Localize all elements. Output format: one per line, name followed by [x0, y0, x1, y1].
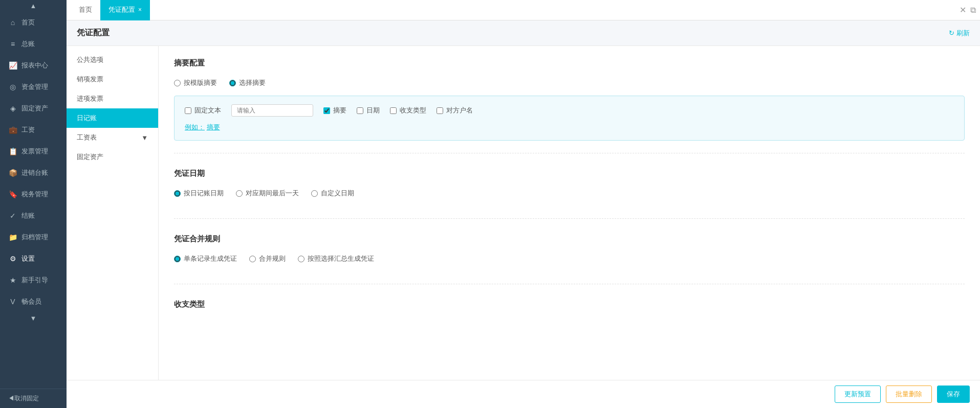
batch-delete-button[interactable]: 批量删除: [886, 386, 932, 403]
sidebar-item-purchase-sales[interactable]: 📦 进销台账: [0, 162, 67, 184]
sidebar-scroll-down[interactable]: ▼: [0, 312, 67, 324]
income-type-checkbox[interactable]: [390, 107, 397, 114]
sidebar: ▲ ⌂ 首页 ≡ 总账 📈 报表中心 ◎ 资金管理 ◈ 固定资产 💼 工资 📋 …: [0, 0, 67, 408]
sidebar-item-payroll[interactable]: 💼 工资: [0, 119, 67, 141]
payroll-icon: 💼: [8, 126, 17, 134]
summary-checkbox[interactable]: [323, 107, 330, 114]
sidebar-scroll-up[interactable]: ▲: [0, 0, 67, 12]
content-area: 公共选项 销项发票 进项发票 日记账 工资表 ▼ 固定资产 摘要配置: [67, 46, 980, 380]
summary-config-title: 摘要配置: [174, 58, 965, 68]
sidebar-item-fund-management[interactable]: ◎ 资金管理: [0, 76, 67, 98]
summary-checkboxes-row: 固定文本 摘要 日期 收支类型: [185, 104, 954, 117]
counterpart-option[interactable]: 对方户名: [437, 106, 473, 115]
tax-icon: 🔖: [8, 190, 17, 198]
by-selection-radio[interactable]: [298, 256, 304, 262]
sidebar-item-report-center[interactable]: 📈 报表中心: [0, 55, 67, 76]
update-preview-button[interactable]: 更新预置: [835, 386, 881, 403]
custom-date-option[interactable]: 自定义日期: [311, 189, 354, 198]
save-button[interactable]: 保存: [937, 386, 970, 403]
merge-rules-radio-group: 单条记录生成凭证 合并规则 按照选择汇总生成凭证: [174, 254, 965, 263]
voucher-date-radio-group: 按日记账日期 对应期间最后一天 自定义日期: [174, 189, 965, 198]
chevron-down-icon: ▼: [141, 134, 148, 142]
nav-public-options[interactable]: 公共选项: [67, 50, 158, 70]
summary-config-box: 固定文本 摘要 日期 收支类型: [174, 96, 965, 141]
left-nav: 公共选项 销项发票 进项发票 日记账 工资表 ▼ 固定资产: [67, 46, 159, 380]
select-summary-option[interactable]: 选择摘要: [229, 78, 266, 87]
last-day-period-option[interactable]: 对应期间最后一天: [236, 189, 299, 198]
income-type-title: 收支类型: [174, 300, 965, 309]
sidebar-item-fixed-assets[interactable]: ◈ 固定资产: [0, 98, 67, 119]
fixed-text-checkbox[interactable]: [185, 107, 191, 114]
sidebar-item-archive[interactable]: 📁 归档管理: [0, 226, 67, 248]
date-checkbox[interactable]: [357, 107, 363, 114]
sidebar-item-invoice-management[interactable]: 📋 发票管理: [0, 141, 67, 162]
counterpart-checkbox[interactable]: [437, 107, 443, 114]
by-journal-date-radio[interactable]: [174, 190, 181, 197]
fixed-text-option[interactable]: 固定文本: [185, 106, 221, 115]
select-summary-radio[interactable]: [229, 80, 236, 86]
merge-rules-option[interactable]: 合并规则: [249, 254, 286, 263]
refresh-icon: ↻: [949, 29, 954, 37]
single-record-option[interactable]: 单条记录生成凭证: [174, 254, 237, 263]
template-summary-option[interactable]: 按模版摘要: [174, 78, 217, 87]
template-summary-radio[interactable]: [174, 80, 181, 86]
example-value-link[interactable]: 摘要: [207, 123, 220, 131]
tab-home[interactable]: 首页: [71, 0, 100, 20]
single-record-radio[interactable]: [174, 256, 181, 262]
nav-journal[interactable]: 日记账: [67, 108, 158, 128]
custom-date-radio[interactable]: [311, 190, 318, 197]
summary-config-section: 摘要配置 按模版摘要 选择摘要 固定文本: [174, 58, 965, 153]
sidebar-item-settings[interactable]: ⚙ 设置: [0, 248, 67, 269]
guide-icon: ★: [8, 276, 17, 284]
summary-radio-group: 按模版摘要 选择摘要: [174, 78, 965, 87]
fund-icon: ◎: [8, 83, 17, 91]
archive-icon: 📁: [8, 233, 17, 241]
last-day-period-radio[interactable]: [236, 190, 243, 197]
window-restore-icon[interactable]: ⧉: [970, 6, 976, 15]
page-title: 凭证配置: [77, 28, 110, 38]
invoice-icon: 📋: [8, 147, 17, 155]
tab-bar: 首页 凭证配置 × ✕ ⧉: [67, 0, 980, 20]
window-close-icon[interactable]: ✕: [960, 5, 966, 15]
merge-rules-section: 凭证合并规则 单条记录生成凭证 合并规则 按照选择汇总生成凭证: [174, 234, 965, 284]
summary-cb-option[interactable]: 摘要: [323, 106, 346, 115]
voucher-date-section: 凭证日期 按日记账日期 对应期间最后一天 自定义日期: [174, 169, 965, 219]
by-journal-date-option[interactable]: 按日记账日期: [174, 189, 224, 198]
settings-icon: ⚙: [8, 255, 17, 263]
fixed-text-input[interactable]: [231, 104, 313, 117]
sidebar-item-home[interactable]: ⌂ 首页: [0, 12, 67, 33]
ledger-icon: ≡: [8, 40, 17, 48]
home-icon: ⌂: [8, 18, 17, 27]
by-selection-option[interactable]: 按照选择汇总生成凭证: [298, 254, 374, 263]
settlement-icon: ✓: [8, 212, 17, 220]
nav-sales-invoice[interactable]: 销项发票: [67, 70, 158, 89]
right-content: 摘要配置 按模版摘要 选择摘要 固定文本: [159, 46, 980, 380]
page-header: 凭证配置 ↻ 刷新: [67, 20, 980, 46]
voucher-date-title: 凭证日期: [174, 169, 965, 178]
sidebar-item-general-ledger[interactable]: ≡ 总账: [0, 33, 67, 55]
tab-voucher-config[interactable]: 凭证配置 ×: [100, 0, 150, 20]
bottom-action-bar: 更新预置 批量删除 保存: [67, 380, 980, 408]
purchase-icon: 📦: [8, 169, 17, 177]
example-text: 例如： 摘要: [185, 123, 954, 132]
merge-rules-radio[interactable]: [249, 256, 256, 262]
income-type-option[interactable]: 收支类型: [390, 106, 426, 115]
nav-fixed-assets[interactable]: 固定资产: [67, 147, 158, 167]
vip-icon: V: [8, 298, 17, 306]
nav-payroll-table[interactable]: 工资表 ▼: [67, 128, 158, 147]
main-area: 首页 凭证配置 × ✕ ⧉ 凭证配置 ↻ 刷新 公共选项 销项发票 进: [67, 0, 980, 408]
sidebar-item-vip[interactable]: V 畅会员: [0, 291, 67, 312]
nav-purchase-invoice[interactable]: 进项发票: [67, 89, 158, 108]
tab-close-icon[interactable]: ×: [138, 6, 142, 13]
report-icon: 📈: [8, 61, 17, 70]
merge-rules-title: 凭证合并规则: [174, 234, 965, 244]
sidebar-item-tax-management[interactable]: 🔖 税务管理: [0, 184, 67, 205]
sidebar-item-settlement[interactable]: ✓ 结账: [0, 205, 67, 226]
sidebar-item-new-guide[interactable]: ★ 新手引导: [0, 269, 67, 291]
date-cb-option[interactable]: 日期: [357, 106, 380, 115]
assets-icon: ◈: [8, 104, 17, 112]
unpin-sidebar-button[interactable]: ◀取消固定: [0, 389, 67, 408]
refresh-button[interactable]: ↻ 刷新: [949, 29, 970, 38]
tab-bar-actions: ✕ ⧉: [960, 5, 976, 15]
income-type-section: 收支类型: [174, 300, 965, 332]
